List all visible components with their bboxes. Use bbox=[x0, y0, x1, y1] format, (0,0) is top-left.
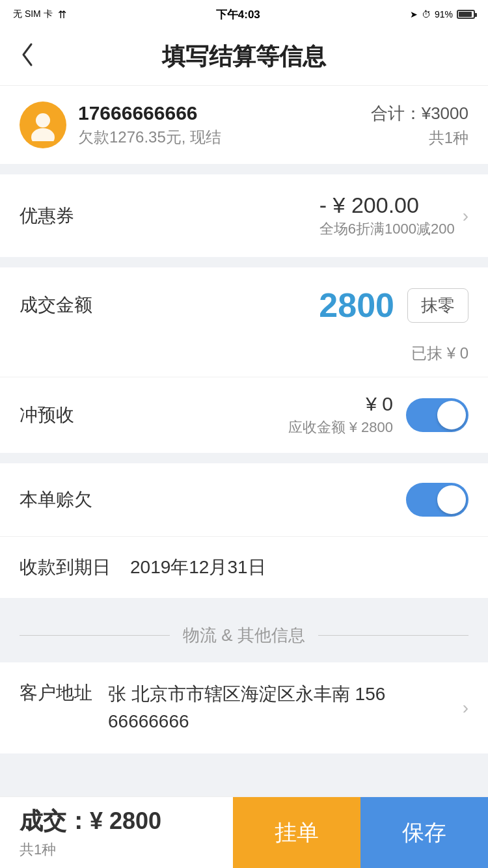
prepay-amount-block: ¥ 0 应收金额 ¥ 2800 bbox=[288, 393, 393, 437]
deal-amount-label: 成交金额 bbox=[20, 293, 92, 318]
deal-right: 2800 抹零 bbox=[319, 286, 468, 325]
bottom-bar: 成交：¥ 2800 共1种 挂单 保存 bbox=[0, 796, 488, 868]
duedate-row: 收款到期日 2019年12月31日 bbox=[0, 536, 488, 598]
user-left: 17666666666 欠款1276.35元, 现结 bbox=[20, 102, 221, 148]
user-row: 17666666666 欠款1276.35元, 现结 合计：¥3000 共1种 bbox=[0, 86, 488, 164]
arrear-row: 本单赊欠 bbox=[0, 463, 488, 536]
arrear-section: 本单赊欠 收款到期日 2019年12月31日 bbox=[0, 463, 488, 598]
address-chevron: › bbox=[463, 698, 468, 718]
bottom-deal-amount: 成交：¥ 2800 bbox=[20, 806, 213, 837]
coupon-label: 优惠券 bbox=[20, 204, 74, 228]
save-button[interactable]: 保存 bbox=[360, 797, 488, 868]
total-label: 合计：¥3000 bbox=[371, 102, 468, 125]
coupon-sub: 全场6折满1000减200 bbox=[319, 219, 455, 239]
coupon-amount: - ¥ 200.00 bbox=[319, 193, 455, 218]
bottom-deal-value: ¥ 2800 bbox=[90, 807, 161, 834]
prepay-sub: 应收金额 ¥ 2800 bbox=[288, 418, 393, 437]
arrear-toggle-knob bbox=[437, 485, 466, 514]
sim-label: 无 SIM 卡 bbox=[13, 8, 53, 20]
user-info: 17666666666 欠款1276.35元, 现结 bbox=[78, 102, 221, 148]
user-right: 合计：¥3000 共1种 bbox=[371, 102, 468, 148]
nav-bar: 填写结算等信息 bbox=[0, 29, 488, 86]
duedate-label: 收款到期日 bbox=[20, 555, 111, 580]
divider-text: 物流 & 其他信息 bbox=[183, 624, 305, 647]
svg-point-0 bbox=[36, 113, 50, 128]
prepay-right: ¥ 0 应收金额 ¥ 2800 bbox=[288, 393, 468, 437]
status-right: ➤ ⏱ 91% bbox=[410, 9, 475, 20]
svg-point-1 bbox=[31, 128, 55, 141]
address-row[interactable]: 客户地址 张 北京市市辖区海淀区永丰南 156 66666666 › bbox=[0, 662, 488, 753]
round-button[interactable]: 抹零 bbox=[407, 288, 468, 323]
address-value: 张 北京市市辖区海淀区永丰南 156 66666666 bbox=[108, 681, 455, 735]
section-divider: 物流 & 其他信息 bbox=[0, 608, 488, 662]
deal-amount-section: 成交金额 2800 抹零 已抹 ¥ 0 冲预收 ¥ 0 应收金额 ¥ 2800 bbox=[0, 267, 488, 453]
toggle-knob bbox=[437, 401, 466, 429]
save-button-label: 保存 bbox=[402, 818, 446, 848]
back-button[interactable] bbox=[20, 35, 42, 79]
divider-line-left bbox=[20, 635, 170, 636]
address-section: 客户地址 张 北京市市辖区海淀区永丰南 156 66666666 › bbox=[0, 662, 488, 753]
prepay-amount: ¥ 0 bbox=[288, 393, 393, 415]
arrear-label: 本单赊欠 bbox=[20, 487, 92, 512]
bottom-count: 共1种 bbox=[20, 840, 213, 860]
bottom-info: 成交：¥ 2800 共1种 bbox=[0, 797, 233, 868]
status-time: 下午4:03 bbox=[216, 7, 260, 22]
duedate-value: 2019年12月31日 bbox=[130, 555, 266, 580]
bottom-deal-label: 成交： bbox=[20, 807, 90, 834]
user-sub: 欠款1276.35元, 现结 bbox=[78, 127, 221, 148]
wifi-icon: ⇈ bbox=[58, 8, 66, 21]
hold-button-label: 挂单 bbox=[275, 818, 319, 848]
divider-line-right bbox=[318, 635, 468, 636]
hold-button[interactable]: 挂单 bbox=[233, 797, 360, 868]
arrear-toggle[interactable] bbox=[406, 483, 468, 517]
user-info-section: 17666666666 欠款1276.35元, 现结 合计：¥3000 共1种 bbox=[0, 86, 488, 164]
coupon-right: - ¥ 200.00 全场6折满1000减200 › bbox=[319, 193, 468, 239]
address-label: 客户地址 bbox=[20, 681, 92, 705]
deal-amount-value: 2800 bbox=[319, 286, 394, 325]
prepay-row: 冲预收 ¥ 0 应收金额 ¥ 2800 bbox=[0, 377, 488, 453]
battery-icon bbox=[457, 10, 475, 19]
status-left: 无 SIM 卡 ⇈ bbox=[13, 8, 66, 21]
coupon-row[interactable]: 优惠券 - ¥ 200.00 全场6折满1000减200 › bbox=[0, 174, 488, 257]
coupon-chevron: › bbox=[463, 206, 468, 226]
coupon-section: 优惠券 - ¥ 200.00 全场6折满1000减200 › bbox=[0, 174, 488, 257]
prepay-label: 冲预收 bbox=[20, 403, 74, 427]
battery-percent: 91% bbox=[435, 9, 453, 20]
user-phone: 17666666666 bbox=[78, 102, 221, 124]
alarm-icon: ⏱ bbox=[422, 9, 431, 20]
deal-amount-row: 成交金额 2800 抹零 bbox=[0, 267, 488, 343]
page-title: 填写结算等信息 bbox=[162, 41, 326, 73]
deal-amount-sub: 已抹 ¥ 0 bbox=[0, 343, 488, 377]
status-bar: 无 SIM 卡 ⇈ 下午4:03 ➤ ⏱ 91% bbox=[0, 0, 488, 29]
prepay-toggle[interactable] bbox=[406, 398, 468, 432]
location-icon: ➤ bbox=[410, 9, 418, 20]
avatar bbox=[20, 102, 66, 148]
total-count: 共1种 bbox=[371, 128, 468, 148]
